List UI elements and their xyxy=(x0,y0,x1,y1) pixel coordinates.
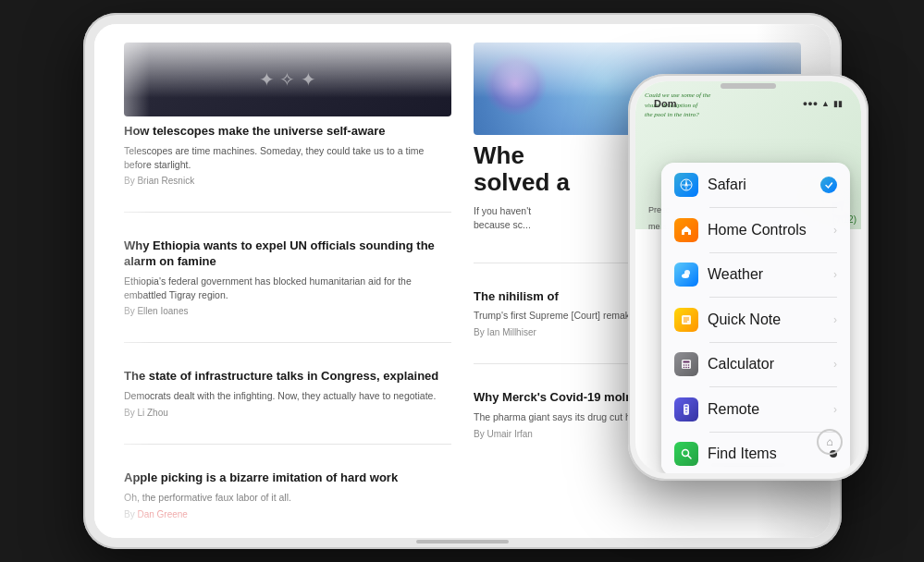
article-title-infrastructure: The state of infrastructure talks in Con… xyxy=(124,369,451,385)
menu-label-quick-note: Quick Note xyxy=(708,312,781,328)
article-byline-apple: By Dan Greene xyxy=(124,509,451,519)
calc-arrow: › xyxy=(833,358,837,371)
safari-icon xyxy=(674,173,698,197)
iphone-notch xyxy=(721,83,776,89)
safari-checkmark xyxy=(820,177,837,193)
svg-point-20 xyxy=(685,408,687,409)
article-byline-infrastructure: By Li Zhou xyxy=(124,408,451,418)
news-col-1: ✦ ✧ ✦ How telescopes make the universe s… xyxy=(113,43,462,538)
svg-point-5 xyxy=(682,274,689,278)
menu-item-remote-left: Remote xyxy=(674,397,759,422)
remote-arrow: › xyxy=(833,403,837,416)
dropdown-menu: Safari xyxy=(661,163,850,473)
article-desc-ethiopia: Ethiopia's federal government has blocke… xyxy=(124,275,451,301)
menu-label-weather: Weather xyxy=(708,266,763,283)
menu-item-safari-left: Safari xyxy=(674,173,746,197)
home-controls-arrow: › xyxy=(833,224,837,237)
menu-label-home-controls: Home Controls xyxy=(708,222,807,238)
svg-line-23 xyxy=(688,456,692,459)
remote-icon xyxy=(674,397,698,422)
home-controls-icon xyxy=(674,218,698,242)
weather-icon xyxy=(674,263,698,287)
wifi-icon: ▲ xyxy=(821,99,830,108)
menu-item-find-left: Find Items xyxy=(674,442,777,466)
article-byline-ethiopia: By Ellen Ioanes xyxy=(124,306,451,316)
article-desc-apple: Oh, the performative faux labor of it al… xyxy=(124,491,451,505)
article-title-apple: Apple picking is a bizarre imitation of … xyxy=(124,470,451,486)
menu-label-find-items: Find Items xyxy=(708,446,777,462)
article-title-telescopes: How telescopes make the universe self-aw… xyxy=(124,124,451,140)
svg-point-21 xyxy=(685,410,687,412)
article-byline-telescopes: By Brian Resnick xyxy=(124,176,451,186)
stars-decoration: ✦ ✧ ✦ xyxy=(259,68,316,91)
menu-item-home-controls[interactable]: Home Controls › xyxy=(661,208,850,252)
svg-point-13 xyxy=(685,364,687,366)
article-desc-telescopes: Telescopes are time machines. Someday, t… xyxy=(124,144,451,171)
battery-icon: ▮▮ xyxy=(833,99,843,108)
menu-item-remote[interactable]: Remote › xyxy=(661,387,850,432)
status-icons: ●●● ▲ ▮▮ xyxy=(803,99,843,108)
ipad-home-bar xyxy=(416,540,509,544)
svg-point-14 xyxy=(688,364,690,366)
iphone-home-button[interactable] xyxy=(817,429,843,455)
svg-point-15 xyxy=(684,367,685,369)
article-ethiopia: Why Ethiopia wants to expel UN officials… xyxy=(124,238,451,343)
article-title-ethiopia: Why Ethiopia wants to expel UN officials… xyxy=(124,238,451,270)
article-desc-infrastructure: Democrats dealt with the infighting. Now… xyxy=(124,389,451,403)
article-apple-picking: Apple picking is a bizarre imitation of … xyxy=(124,470,451,538)
menu-item-weather-left: Weather xyxy=(674,263,763,287)
note-arrow: › xyxy=(833,313,837,326)
iphone-screen: Dom ●●● ▲ ▮▮ Could we use some of thevis… xyxy=(635,81,861,473)
article-infrastructure: The state of infrastructure talks in Con… xyxy=(124,369,451,445)
svg-rect-11 xyxy=(684,361,690,363)
status-time: Dom xyxy=(654,98,676,109)
calculator-icon xyxy=(674,352,698,376)
menu-item-safari[interactable]: Safari xyxy=(661,163,850,207)
menu-item-calc-left: Calculator xyxy=(674,352,774,376)
signal-icon: ●●● xyxy=(803,99,818,108)
menu-item-quick-note[interactable]: Quick Note › xyxy=(661,298,850,342)
iphone-frame: Dom ●●● ▲ ▮▮ Could we use some of thevis… xyxy=(628,74,869,481)
menu-item-calculator[interactable]: Calculator › xyxy=(661,342,850,386)
byline-link-apple[interactable]: Dan Greene xyxy=(137,509,187,519)
menu-item-note-left: Quick Note xyxy=(674,308,781,332)
article-telescopes: ✦ ✧ ✦ How telescopes make the universe s… xyxy=(124,43,451,213)
scene: ✦ ✧ ✦ How telescopes make the universe s… xyxy=(0,0,924,562)
svg-point-12 xyxy=(684,364,685,366)
iphone-status-bar: Dom ●●● ▲ ▮▮ xyxy=(654,98,843,109)
svg-point-16 xyxy=(685,367,687,369)
svg-point-17 xyxy=(688,367,690,369)
menu-item-home-left: Home Controls xyxy=(674,218,807,242)
menu-label-calculator: Calculator xyxy=(708,356,774,373)
menu-label-remote: Remote xyxy=(708,401,759,418)
menu-item-weather[interactable]: Weather › xyxy=(661,252,850,297)
find-items-icon xyxy=(674,442,698,466)
quick-note-icon xyxy=(674,308,698,332)
menu-label-safari: Safari xyxy=(708,177,746,193)
article-image-telescopes: ✦ ✧ ✦ xyxy=(124,43,451,116)
globe-glow xyxy=(483,52,548,116)
svg-rect-19 xyxy=(685,405,688,407)
weather-arrow: › xyxy=(833,268,837,281)
